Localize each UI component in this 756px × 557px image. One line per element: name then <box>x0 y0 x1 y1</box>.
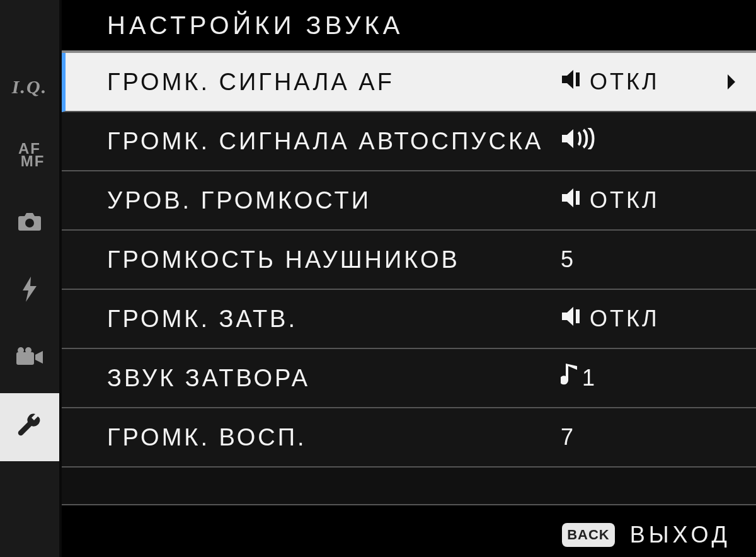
svg-rect-1 <box>16 352 34 365</box>
back-button-badge[interactable]: BACK <box>562 523 615 547</box>
menu-tab-sidebar: I.Q. AFMF <box>0 0 62 557</box>
speaker-mute-icon <box>561 187 586 214</box>
row-label: ГРОМКОСТЬ НАУШНИКОВ <box>107 246 561 273</box>
row-value <box>561 128 724 155</box>
camera-icon <box>16 211 43 236</box>
menu-row-empty <box>62 468 756 505</box>
row-label: ГРОМК. ЗАТВ. <box>107 306 561 333</box>
row-value: ОТКЛ <box>561 306 724 333</box>
wrench-icon <box>17 413 42 442</box>
svg-point-3 <box>25 347 32 353</box>
menu-row-playback-volume[interactable]: ГРОМК. ВОСП. 7 <box>62 408 756 468</box>
menu-row-af-beep-volume[interactable]: ГРОМК. СИГНАЛА AF ОТКЛ <box>62 53 756 112</box>
row-value-text: 5 <box>561 246 576 273</box>
note-icon <box>561 364 578 393</box>
menu-row-headphone-volume[interactable]: ГРОМКОСТЬ НАУШНИКОВ 5 <box>62 231 756 290</box>
svg-rect-5 <box>576 191 580 205</box>
sidebar-tab-afmf[interactable]: AFMF <box>0 121 59 189</box>
movie-icon <box>15 347 44 372</box>
row-value-text: ОТКЛ <box>590 306 660 332</box>
row-label: ГРОМК. СИГНАЛА AF <box>107 69 561 96</box>
menu-row-shutter-volume[interactable]: ГРОМК. ЗАТВ. ОТКЛ <box>62 290 756 349</box>
sidebar-tab-shooting[interactable] <box>0 189 59 257</box>
row-value: 5 <box>561 246 724 273</box>
row-value-text: 7 <box>561 424 576 451</box>
sidebar-tab-iq[interactable]: I.Q. <box>0 53 59 121</box>
row-value-text: ОТКЛ <box>590 187 660 214</box>
sidebar-tab-movie[interactable] <box>0 325 59 393</box>
chevron-right-icon <box>724 74 737 89</box>
speaker-loud-icon <box>561 128 596 155</box>
iq-label: I.Q. <box>12 76 47 98</box>
row-value: ОТКЛ <box>561 69 724 96</box>
menu-rows: ГРОМК. СИГНАЛА AF ОТКЛ ГРОМК. СИГНАЛА АВ… <box>62 53 756 505</box>
menu-row-shutter-sound[interactable]: ЗВУК ЗАТВОРА 1 <box>62 349 756 408</box>
menu-row-operation-volume[interactable]: УРОВ. ГРОМКОСТИ ОТКЛ <box>62 171 756 231</box>
row-value-text: ОТКЛ <box>590 69 660 95</box>
menu-footer: BACK ВЫХОД <box>562 522 731 548</box>
exit-label: ВЫХОД <box>630 522 731 548</box>
menu-row-selftimer-beep-volume[interactable]: ГРОМК. СИГНАЛА АВТОСПУСКА <box>62 112 756 171</box>
row-label: УРОВ. ГРОМКОСТИ <box>107 187 561 214</box>
row-value: 1 <box>561 364 724 393</box>
camera-menu-screen: I.Q. AFMF НАСТРО <box>0 0 756 557</box>
row-label: ГРОМК. СИГНАЛА АВТОСПУСКА <box>107 128 561 155</box>
flash-icon <box>21 277 38 306</box>
svg-rect-6 <box>576 309 580 323</box>
svg-point-0 <box>25 219 34 227</box>
sidebar-tab-setup[interactable] <box>0 393 59 461</box>
row-label: ЗВУК ЗАТВОРА <box>107 365 561 392</box>
menu-header: НАСТРОЙКИ ЗВУКА <box>62 0 756 50</box>
menu-main-panel: НАСТРОЙКИ ЗВУКА ГРОМК. СИГНАЛА AF ОТКЛ Г… <box>62 0 756 557</box>
speaker-mute-icon <box>561 69 586 96</box>
row-value: 7 <box>561 424 724 451</box>
row-value: ОТКЛ <box>561 187 724 214</box>
svg-rect-4 <box>576 72 580 86</box>
speaker-mute-icon <box>561 306 586 333</box>
afmf-label: AFMF <box>14 142 45 168</box>
svg-point-2 <box>18 347 24 353</box>
menu-title: НАСТРОЙКИ ЗВУКА <box>107 11 403 40</box>
row-label: ГРОМК. ВОСП. <box>107 424 561 451</box>
sidebar-tab-flash[interactable] <box>0 257 59 325</box>
row-value-text: 1 <box>582 365 597 391</box>
